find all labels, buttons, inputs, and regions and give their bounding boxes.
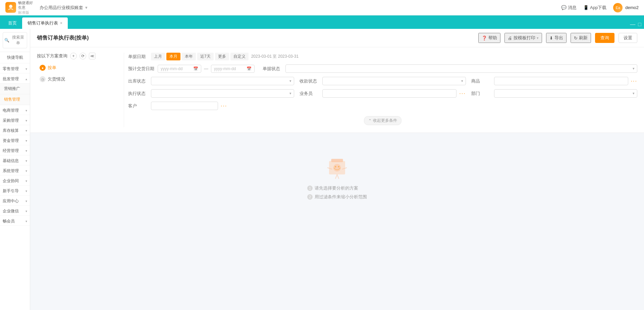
- date-tab-this-month[interactable]: 本月: [166, 53, 180, 60]
- sidebar-item-wholesale[interactable]: 批发管理 ▴: [0, 73, 30, 84]
- message-icon: 💬: [561, 5, 567, 10]
- date-tab-last-month[interactable]: 上月: [151, 53, 165, 60]
- collapse-row: ⌃ 收起更多条件: [128, 114, 637, 127]
- filter-doc-status: 单据状态 ▾: [263, 64, 637, 73]
- topbar-title: 办公用品行业模拟账套 ▾: [36, 5, 561, 11]
- delivery-status-select[interactable]: [151, 77, 294, 85]
- logo: 畅捷通好生意 标准版: [5, 0, 36, 15]
- tab-home[interactable]: 首页: [3, 17, 22, 29]
- message-btn[interactable]: 💬 消息: [561, 5, 577, 11]
- svg-point-5: [338, 166, 339, 167]
- sidebar-item-retail[interactable]: 零售管理 ▾: [0, 63, 30, 73]
- sidebar-item-purchase[interactable]: 采购管理 ▾: [0, 115, 30, 125]
- customer-more-btn[interactable]: ···: [221, 103, 227, 109]
- sidebar-search-area: 🔍 搜索菜单: [0, 29, 30, 52]
- app-download-btn[interactable]: 📱 App下载: [583, 5, 606, 11]
- filter-row-3: 执行状态 ▾ 业务员 ··· 部门: [128, 89, 637, 98]
- help-btn[interactable]: ❓ 帮助: [478, 33, 500, 43]
- refresh-btn[interactable]: ↻ 刷新: [571, 33, 591, 43]
- filter-doc-date: 单据日期 上月 本月 本年 近7天 更多 自定义 2023-03-01 至 20…: [128, 53, 299, 60]
- sidebar-item-enterprise-wechat[interactable]: 企业微信 ▾: [0, 206, 30, 216]
- doc-status-select[interactable]: [285, 64, 637, 73]
- search-menu-btn[interactable]: 🔍 搜索菜单: [3, 32, 27, 48]
- tab-close-icon[interactable]: ×: [60, 21, 62, 25]
- chevron-down-icon: ▾: [25, 199, 27, 203]
- refresh-icon: ↻: [574, 36, 578, 41]
- sidebar-item-finance[interactable]: 资金管理 ▾: [0, 135, 30, 145]
- settings-btn[interactable]: 设置: [619, 33, 637, 43]
- empty-state: 1 请先选择要分析的方案 2 用过滤条件来缩小分析范围: [30, 133, 644, 220]
- tip-num-1: 1: [307, 186, 313, 191]
- filter-payment-status: 收款状态 ▾: [300, 77, 466, 85]
- sidebar-item-basic-info[interactable]: 基础信息 ▾: [0, 155, 30, 165]
- delivery-date-end-input[interactable]: yyyy-mm-dd 📅: [211, 65, 255, 73]
- filter-goods: 商品 ···: [471, 77, 637, 85]
- export-btn[interactable]: ⬇ 导出: [546, 33, 567, 43]
- collapse-plan-btn[interactable]: ≪: [89, 53, 96, 59]
- print-btn[interactable]: 🖨 按模板打印 ▾: [504, 33, 542, 43]
- plan-icon-shortage: ◷: [40, 76, 46, 82]
- plan-item-by-order[interactable]: ● 按单: [37, 63, 118, 73]
- page-title: 销售订单执行表(按单): [37, 35, 89, 42]
- exec-status-select[interactable]: [151, 89, 294, 98]
- salesperson-input[interactable]: [322, 89, 457, 98]
- date-tab-custom[interactable]: 自定义: [230, 53, 249, 60]
- sidebar-item-ecommerce[interactable]: 电商管理 ▾: [0, 105, 30, 115]
- delivery-date-start-input[interactable]: yyyy-mm-dd 📅: [158, 65, 201, 73]
- filter-row-2: 出库状态 ▾ 收款状态 ▾: [128, 77, 637, 85]
- goods-more-btn[interactable]: ···: [631, 78, 637, 84]
- sidebar-item-marketing[interactable]: 营销推广: [0, 84, 30, 94]
- sidebar-item-system[interactable]: 系统管理 ▾: [0, 165, 30, 175]
- date-tabs: 上月 本月 本年 近7天 更多 自定义: [151, 53, 249, 60]
- filter-salesperson: 业务员 ···: [300, 89, 466, 98]
- maximize-icon[interactable]: □: [638, 21, 641, 28]
- date-tab-more[interactable]: 更多: [215, 53, 229, 60]
- payment-status-select[interactable]: [322, 77, 466, 85]
- tab-sales-order[interactable]: 销售订单执行表 ×: [22, 17, 68, 29]
- page-header: 销售订单执行表(按单) ❓ 帮助 🖨 按模板打印 ▾ ⬇ 导出 ↻ 刷新: [30, 29, 644, 47]
- chevron-down-icon: ▾: [25, 209, 27, 213]
- filter-customer: 客户 ···: [128, 102, 227, 110]
- sidebar-item-member[interactable]: 畅会员 ▾: [0, 216, 30, 226]
- add-plan-btn[interactable]: +: [70, 53, 77, 59]
- window-controls: — □: [630, 21, 641, 29]
- goods-input[interactable]: [494, 77, 628, 85]
- date-tab-this-year[interactable]: 本年: [182, 53, 196, 60]
- chevron-up-icon: ⌃: [368, 118, 372, 123]
- chevron-down-icon: ▾: [25, 179, 27, 183]
- search-icon: 🔍: [4, 38, 9, 43]
- chevron-down-icon: ▾: [25, 219, 27, 223]
- department-select[interactable]: [494, 89, 637, 98]
- filter-row-4: 客户 ···: [128, 102, 637, 110]
- dropdown-icon[interactable]: ▾: [85, 5, 88, 10]
- filter-expected-delivery: 预计交货日期 yyyy-mm-dd 📅 — yyyy-mm-dd 📅: [128, 65, 255, 73]
- nav-tabs: 首页 销售订单执行表 × — □: [0, 15, 644, 29]
- refresh-plan-btn[interactable]: ⟳: [79, 53, 86, 59]
- collapse-more-btn[interactable]: ⌃ 收起更多条件: [364, 116, 401, 125]
- svg-point-4: [335, 166, 336, 167]
- user-area[interactable]: Ea demo2: [613, 3, 639, 12]
- filter-plan-panel: 按以下方案查询 + ⟳ ≪ ● 按单 ◷ 欠货情况: [37, 53, 124, 127]
- salesperson-more-btn[interactable]: ···: [459, 91, 466, 97]
- sidebar-item-inventory[interactable]: 库存核算 ▾: [0, 125, 30, 135]
- query-btn[interactable]: 查询: [595, 33, 614, 43]
- date-range-text: 2023-03-01 至 2023-03-31: [251, 54, 299, 59]
- sidebar-item-enterprise-collab[interactable]: 企业协同 ▾: [0, 175, 30, 186]
- sidebar-item-quick-nav[interactable]: 快捷导航: [0, 52, 30, 63]
- sidebar-item-app-center[interactable]: 应用中心 ▾: [0, 196, 30, 206]
- sidebar-item-sales-manage[interactable]: 销售管理: [0, 94, 30, 105]
- sidebar-item-operations[interactable]: 经营管理 ▾: [0, 145, 30, 155]
- minimize-icon[interactable]: —: [630, 21, 635, 28]
- empty-tip-1: 1 请先选择要分析的方案: [307, 185, 367, 191]
- filter-row-1: 单据日期 上月 本月 本年 近7天 更多 自定义 2023-03-01 至 20…: [128, 53, 637, 60]
- date-tab-last-7days[interactable]: 近7天: [197, 53, 214, 60]
- avatar: Ea: [613, 3, 623, 12]
- chevron-down-icon: ▾: [25, 149, 27, 153]
- chevron-down-icon: ▾: [25, 129, 27, 133]
- plan-item-shortage[interactable]: ◷ 欠货情况: [37, 74, 118, 84]
- customer-input[interactable]: [151, 102, 218, 110]
- calendar-icon: 📅: [193, 66, 198, 71]
- user-name: demo2: [625, 5, 639, 10]
- logo-text: 畅捷通好生意 标准版: [18, 0, 36, 15]
- sidebar-item-new-guide[interactable]: 新手引导 ▾: [0, 186, 30, 196]
